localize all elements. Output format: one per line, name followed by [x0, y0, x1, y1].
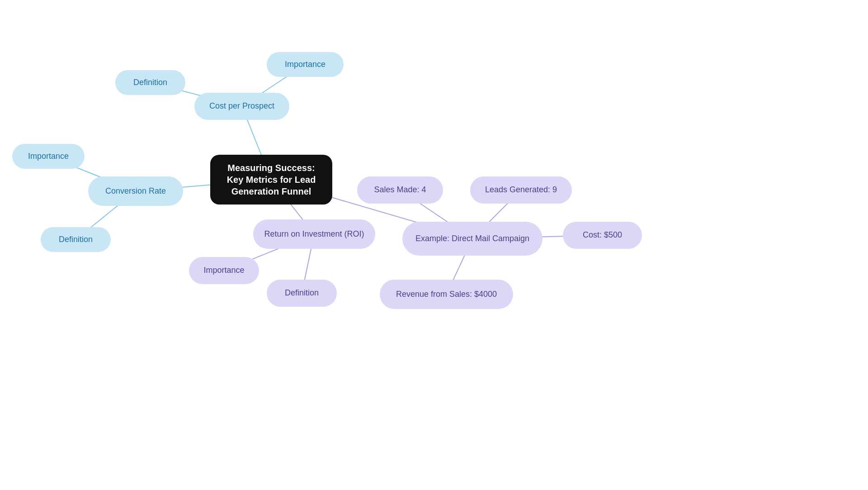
importance-top-node: Importance — [267, 52, 344, 77]
definition-top-node: Definition — [115, 70, 185, 95]
importance-left-node: Importance — [12, 144, 85, 169]
conversion-rate-node: Conversion Rate — [88, 176, 183, 206]
direct-mail-node: Example: Direct Mail Campaign — [402, 222, 542, 256]
center-label: Measuring Success: Key Metrics for Lead … — [221, 162, 321, 197]
revenue-node: Revenue from Sales: $4000 — [380, 280, 513, 309]
center-node: Measuring Success: Key Metrics for Lead … — [210, 155, 332, 205]
cost-node: Cost: $500 — [563, 222, 642, 249]
importance-roi-node: Importance — [189, 257, 259, 284]
definition-left-node: Definition — [41, 227, 111, 252]
leads-generated-node: Leads Generated: 9 — [470, 176, 572, 204]
cost-per-prospect-node: Cost per Prospect — [194, 93, 289, 120]
roi-node: Return on Investment (ROI) — [253, 219, 375, 249]
definition-roi-node: Definition — [267, 280, 337, 307]
sales-made-node: Sales Made: 4 — [357, 176, 443, 204]
